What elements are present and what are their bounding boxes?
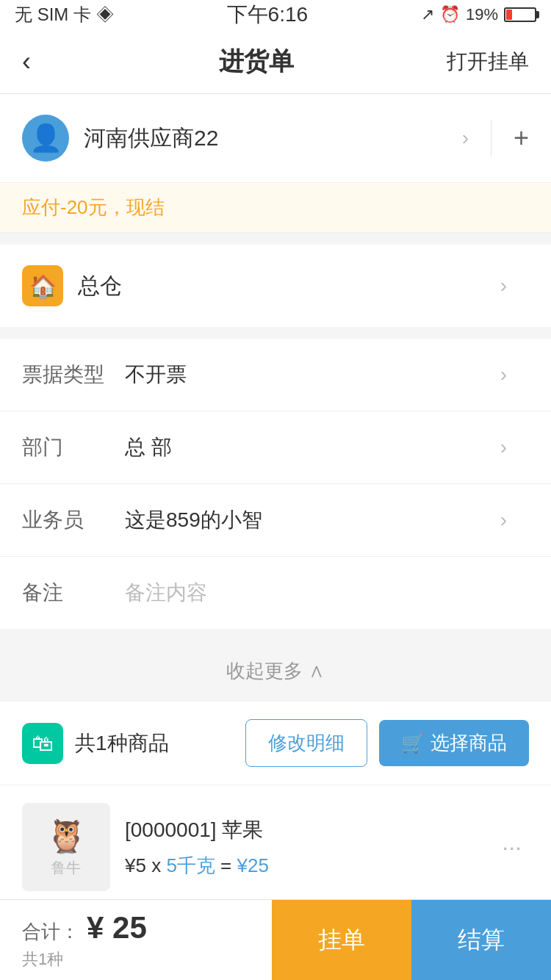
remark-row[interactable]: 备注 备注内容 (0, 557, 551, 629)
supplier-section: 👤 河南供应商22 › + 应付-20元，现结 (0, 94, 551, 233)
status-right: ↗ ⏰ 19% (421, 5, 536, 24)
goods-icon: 🛍 (32, 731, 54, 756)
department-chevron-icon: › (500, 436, 507, 459)
select-product-icon: 🛒 (401, 732, 425, 754)
total-amount: ¥ 25 (87, 910, 147, 945)
price-quantity: 5千克 (166, 854, 215, 876)
remark-label: 备注 (22, 579, 125, 607)
total-line: 合计： ¥ 25 (22, 910, 250, 945)
goods-count: 共1种商品 (75, 729, 245, 757)
product-info: [0000001] 苹果 ¥5 x 5千克 = ¥25 (125, 816, 494, 879)
department-value: 总 部 (125, 433, 500, 461)
product-thumb-text: 鲁牛 (51, 858, 81, 878)
back-button[interactable]: ‹ (22, 46, 66, 77)
product-thumbnail: 🦉 鲁牛 (22, 803, 110, 891)
location-icon: ↗ (421, 5, 434, 24)
salesperson-chevron-icon: › (500, 508, 507, 532)
goods-header: 🛍 共1种商品 修改明细 🛒 选择商品 (0, 702, 551, 785)
supplier-avatar: 👤 (22, 115, 69, 162)
product-price: ¥5 x 5千克 = ¥25 (125, 853, 494, 879)
goods-icon-wrap: 🛍 (22, 723, 63, 764)
department-label: 部门 (22, 433, 125, 461)
divider (491, 120, 491, 156)
total-label: 合计： (22, 919, 79, 945)
warehouse-row[interactable]: 🏠 总仓 › (0, 245, 551, 327)
warehouse-icon-wrap: 🏠 (22, 265, 63, 306)
invoice-type-value: 不开票 (125, 361, 500, 389)
open-hang-button[interactable]: 打开挂单 (447, 48, 529, 76)
avatar-icon: 👤 (29, 123, 62, 154)
goods-section: 🛍 共1种商品 修改明细 🛒 选择商品 🦉 鲁牛 [0000001] 苹果 ¥5… (0, 702, 551, 909)
supplier-notice: 应付-20元，现结 (0, 183, 551, 233)
price-total: ¥25 (237, 854, 268, 876)
product-thumb-icon: 🦉 (46, 817, 87, 855)
form-section: 票据类型 不开票 › 部门 总 部 › 业务员 这是859的小智 › 备注 备注… (0, 339, 551, 629)
modify-detail-button[interactable]: 修改明细 (245, 719, 367, 767)
supplier-row[interactable]: 👤 河南供应商22 › + (0, 94, 551, 183)
battery-icon (504, 7, 536, 22)
add-supplier-button[interactable]: + (514, 123, 529, 154)
remark-value: 备注内容 (125, 579, 529, 607)
status-time: 下午6:16 (227, 1, 309, 29)
select-product-button[interactable]: 🛒 选择商品 (379, 720, 529, 766)
status-bar: 无 SIM 卡 ◈ 下午6:16 ↗ ⏰ 19% (0, 0, 551, 29)
checkout-button[interactable]: 结算 (411, 900, 551, 981)
collapse-bar[interactable]: 收起更多 ∧ (0, 641, 551, 702)
price-equals: = (215, 854, 237, 876)
supplier-chevron-icon: › (462, 126, 469, 150)
select-product-label: 选择商品 (431, 730, 507, 756)
supplier-name: 河南供应商22 (84, 123, 462, 154)
total-count: 共1种 (22, 948, 250, 970)
footer: 合计： ¥ 25 共1种 挂单 结算 (0, 899, 551, 980)
status-left: 无 SIM 卡 ◈ (15, 3, 114, 26)
warehouse-icon: 🏠 (29, 273, 57, 299)
battery-percent: 19% (466, 5, 498, 24)
warehouse-section: 🏠 总仓 › (0, 245, 551, 327)
warehouse-name: 总仓 (78, 271, 500, 301)
product-name: [0000001] 苹果 (125, 816, 494, 844)
product-row: 🦉 鲁牛 [0000001] 苹果 ¥5 x 5千克 = ¥25 ··· (0, 785, 551, 909)
salesperson-row[interactable]: 业务员 这是859的小智 › (0, 484, 551, 557)
warehouse-chevron-icon: › (500, 274, 507, 298)
product-more-button[interactable]: ··· (494, 834, 529, 861)
footer-total: 合计： ¥ 25 共1种 (0, 910, 272, 970)
hang-order-button[interactable]: 挂单 (272, 900, 411, 981)
salesperson-label: 业务员 (22, 506, 125, 534)
page-title: 进货单 (219, 45, 294, 79)
salesperson-value: 这是859的小智 (125, 506, 500, 534)
alarm-icon: ⏰ (440, 5, 460, 24)
price-base: ¥5 x (125, 854, 166, 876)
invoice-type-row[interactable]: 票据类型 不开票 › (0, 339, 551, 411)
battery-fill (506, 10, 512, 20)
invoice-chevron-icon: › (500, 363, 507, 386)
department-row[interactable]: 部门 总 部 › (0, 411, 551, 484)
nav-bar: ‹ 进货单 打开挂单 (0, 29, 551, 94)
invoice-type-label: 票据类型 (22, 361, 125, 389)
signal-text: 无 SIM 卡 ◈ (15, 3, 114, 26)
collapse-label: 收起更多 ∧ (226, 658, 324, 684)
content: 👤 河南供应商22 › + 应付-20元，现结 🏠 总仓 › 票据类型 不开票 … (0, 94, 551, 980)
